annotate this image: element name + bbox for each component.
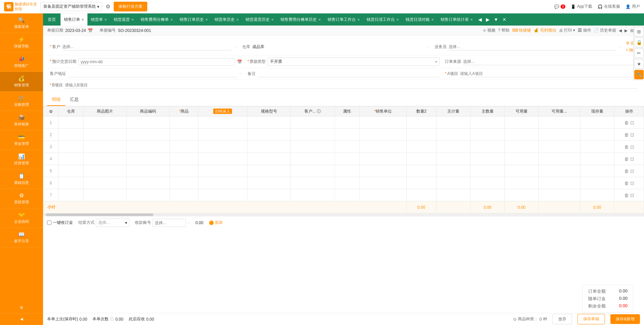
delete-icon[interactable]: 🗑: [624, 168, 629, 174]
delete-icon[interactable]: 🗑: [624, 193, 629, 198]
row-unit-5[interactable]: [359, 165, 406, 177]
row-main-unit-4[interactable]: [437, 153, 470, 165]
row-warehouse-5[interactable]: [59, 165, 83, 177]
abandon-button[interactable]: 放弃: [553, 314, 572, 324]
order-source-input[interactable]: [463, 58, 633, 65]
row-spec-3[interactable]: [248, 141, 291, 153]
row-stock-7[interactable]: [580, 189, 614, 201]
add-payment-btn[interactable]: 🟠 添加: [209, 220, 223, 226]
right-panel-star-icon[interactable]: ★: [634, 59, 644, 69]
sidebar-item-cooperation[interactable]: 🤝 企业协同: [0, 208, 43, 228]
row-spec-4[interactable]: [248, 153, 291, 165]
sidebar-item-search[interactable]: 🔍 搜索菜单: [0, 13, 43, 33]
row-available-5[interactable]: [504, 165, 538, 177]
row-image-5[interactable]: [83, 165, 126, 177]
row-image-3[interactable]: [83, 141, 126, 153]
close-icon[interactable]: ✕: [236, 18, 239, 22]
copy-icon[interactable]: ⊡: [630, 168, 634, 174]
close-icon[interactable]: ✕: [318, 18, 321, 22]
right-panel-lock-icon[interactable]: 🔒: [634, 38, 644, 47]
row-spec-2[interactable]: [248, 129, 291, 141]
row-customer-code-7[interactable]: [291, 189, 335, 201]
copy-icon[interactable]: ⊡: [630, 120, 634, 125]
horizontal-scrollbar[interactable]: [43, 213, 644, 216]
row-qty2-6[interactable]: [406, 177, 436, 189]
profit-estimate-btn[interactable]: 💰 毛利预估: [534, 28, 556, 33]
close-icon[interactable]: ✕: [131, 18, 134, 22]
calendar-icon[interactable]: 📅: [88, 28, 93, 33]
system-selector[interactable]: 装备及固定资产辅助管理系统 ▾: [40, 2, 102, 11]
row-main-qty-4[interactable]: [470, 153, 504, 165]
row-stock-5[interactable]: [580, 165, 614, 177]
row-attr-3[interactable]: [335, 141, 359, 153]
row-available2-5[interactable]: [539, 165, 580, 177]
col-settings-header[interactable]: ⚙: [43, 107, 59, 117]
sidebar-item-marketing[interactable]: 📣 营销推广: [0, 52, 43, 72]
copy-icon[interactable]: ⊡: [630, 180, 634, 186]
row-code-5[interactable]: [126, 165, 169, 177]
row-customer-code-3[interactable]: [291, 141, 335, 153]
close-icon[interactable]: ✕: [357, 18, 360, 22]
row-customer-code-4[interactable]: [291, 153, 335, 165]
row-qty2-3[interactable]: [406, 141, 436, 153]
row-code-7[interactable]: [126, 189, 169, 201]
row-image-4[interactable]: [83, 153, 126, 165]
row-warehouse-3[interactable]: [59, 141, 83, 153]
row-warehouse-1[interactable]: [59, 117, 83, 129]
row-attr-6[interactable]: [335, 177, 359, 189]
online-service[interactable]: 🎧 在线客服: [598, 4, 620, 9]
row-spec-6[interactable]: [248, 177, 291, 189]
row-attr-5[interactable]: [335, 165, 359, 177]
save-new-button[interactable]: 保存&新增: [610, 314, 640, 324]
close-icon[interactable]: ✕: [431, 18, 434, 22]
delivery-calendar-icon[interactable]: 📅: [237, 59, 242, 64]
row-available2-4[interactable]: [539, 153, 580, 165]
row-main-unit-3[interactable]: [437, 141, 470, 153]
address-more-btn[interactable]: ···: [239, 72, 242, 76]
sidebar-item-basic[interactable]: 📋 基础信息: [0, 169, 43, 189]
note-input[interactable]: [258, 70, 440, 77]
row-customer-code-1[interactable]: [291, 117, 335, 129]
row-warehouse-4[interactable]: [59, 153, 83, 165]
tab-menu-btn[interactable]: ▼: [492, 17, 500, 22]
video-btn[interactable]: ⊙ 视频: [483, 28, 495, 33]
copy-icon[interactable]: ⊡: [630, 156, 634, 162]
tab-cash-reconcile[interactable]: 钱货日清对账 ✕: [402, 13, 437, 26]
row-unit-3[interactable]: [359, 141, 406, 153]
tab-sales-return[interactable]: 销货退货 ✕: [110, 13, 137, 26]
row-warehouse-6[interactable]: [59, 177, 83, 189]
row-image-2[interactable]: [83, 129, 126, 141]
customer-input[interactable]: [62, 43, 232, 50]
row-qty2-5[interactable]: [406, 165, 436, 177]
tab-goods-history[interactable]: 销货单历史 ✕: [211, 13, 242, 26]
row-available-2[interactable]: [504, 129, 538, 141]
delete-icon[interactable]: 🗑: [624, 132, 629, 137]
right-panel-grid-icon[interactable]: ⊞: [634, 27, 644, 36]
app-download[interactable]: 📱 App下载: [571, 4, 592, 9]
tab-fee-history[interactable]: 销售费用分摊单历史 ✕: [277, 13, 324, 26]
row-product-4[interactable]: [169, 153, 198, 165]
row-main-qty-7[interactable]: [470, 189, 504, 201]
tab-next-btn[interactable]: ▶: [484, 17, 492, 22]
tab-sales-goods[interactable]: 销货单 ✕: [87, 13, 110, 26]
row-warehouse-2[interactable]: [59, 129, 83, 141]
address-input[interactable]: [68, 70, 237, 77]
tab-order-workbench[interactable]: 销售订单工作台 ✕: [324, 13, 363, 26]
settings-icon[interactable]: ⚙: [106, 3, 110, 10]
tab-return-history[interactable]: 销货退货历史 ✕: [242, 13, 277, 26]
row-main-qty-3[interactable]: [470, 141, 504, 153]
row-spec-5[interactable]: [248, 165, 291, 177]
row-qty2-7[interactable]: [406, 189, 436, 201]
row-spec-1[interactable]: [248, 117, 291, 129]
tab-order-stats[interactable]: 销售订单统计表 ✕: [437, 13, 476, 26]
copy-icon[interactable]: ⊡: [630, 193, 634, 198]
row-product-1[interactable]: [169, 117, 198, 129]
user-menu[interactable]: 👤 用户: [626, 4, 640, 9]
row-warehouse-7[interactable]: [59, 189, 83, 201]
delivery-input[interactable]: [78, 58, 235, 66]
row-customer-code-6[interactable]: [291, 177, 335, 189]
sidebar-item-system[interactable]: ⚙ 系统管理: [0, 189, 43, 208]
row-main-qty-1[interactable]: [470, 117, 504, 129]
help-btn[interactable]: ? 帮助: [498, 28, 509, 33]
account-input[interactable]: [152, 219, 186, 227]
